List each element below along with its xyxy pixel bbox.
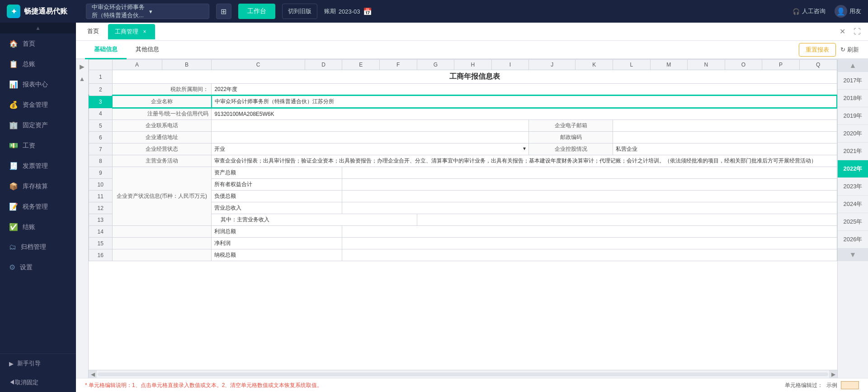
regnum-value-cell[interactable]: 91320100MA208E5W6K [212, 108, 837, 120]
h-scroll-right-btn[interactable]: ▶ [829, 370, 837, 378]
period-value-cell[interactable]: 2022年度 [212, 84, 837, 96]
sidebar-item-inventory[interactable]: 📦 库存核算 [0, 176, 76, 196]
sidebar-item-invoices[interactable]: 🧾 发票管理 [0, 156, 76, 176]
regnum-label-cell: 注册号/统一社会信用代码 [112, 108, 212, 120]
old-version-button[interactable]: 切到旧版 [282, 4, 317, 19]
cell-edit-label: 单元格编辑过： [785, 382, 823, 389]
col-e: E [342, 60, 380, 70]
tab-close-btn[interactable]: × [141, 28, 148, 35]
year-down-btn[interactable]: ▼ [838, 249, 868, 261]
year-2018[interactable]: 2018年 [838, 90, 868, 107]
sub-tabs: 基础信息 其他信息 重置报表 ↻ 刷新 [76, 41, 868, 59]
logo-area: ✦ 畅捷通易代账 [7, 5, 79, 18]
main-biz-value[interactable]: 审查企业会计报表；出具审计报告；验证企业资本；出具验资报告；办理企业合开、分立、… [212, 155, 837, 167]
h-scroll-left-btn[interactable]: ◀ [89, 370, 97, 378]
col-b: B [162, 60, 212, 70]
unpin-button[interactable]: ◀取消固定 [0, 373, 76, 392]
sidebar-item-closing[interactable]: ✅ 结账 [0, 217, 76, 237]
year-2023[interactable]: 2023年 [838, 178, 868, 196]
sidebar-item-archive[interactable]: 🗂 归档管理 [0, 237, 76, 257]
company-label-cell: 企业名称 [112, 96, 212, 108]
holding-value[interactable]: 私营企业 [613, 143, 837, 155]
tax-icon: 📝 [9, 202, 18, 211]
left-collapse-btn[interactable]: ▲ [77, 74, 87, 84]
year-2022[interactable]: 2022年 [838, 160, 868, 178]
year-up-btn[interactable]: ▲ [838, 59, 868, 72]
liabilities-value[interactable] [342, 191, 837, 202]
year-2020[interactable]: 2020年 [838, 125, 868, 143]
revenue-label: 营业总收入 [212, 202, 342, 214]
sidebar-item-tax[interactable]: 📝 税务管理 [0, 196, 76, 217]
row-num-2: 2 [89, 84, 113, 96]
tab-expand-btn[interactable]: ⛶ [851, 25, 863, 38]
equity-label: 所有者权益合计 [212, 179, 342, 191]
phone-value-cell[interactable] [212, 120, 529, 132]
row14-empty [112, 226, 212, 238]
reset-report-button[interactable]: 重置报表 [799, 43, 836, 57]
tab-home[interactable]: 首页 [80, 24, 106, 40]
year-2021[interactable]: 2021年 [838, 143, 868, 160]
sidebar-item-home[interactable]: 🏠 首页 [0, 33, 76, 54]
main-content: ▲ 🏠 首页 📋 总账 📊 报表中心 💰 资金管理 🏢 固定资产 💵 工资 🧾 … [0, 23, 868, 392]
phone-label-cell: 企业联系电话 [112, 120, 212, 132]
row-num-6: 6 [89, 132, 113, 143]
row-num-1: 1 [89, 70, 113, 84]
header-right: 🎧 人工咨询 👤 用友 [793, 5, 861, 18]
main-revenue-value[interactable] [417, 214, 837, 226]
tab-commerce-label: 工商管理 [115, 28, 138, 36]
revenue-value[interactable] [342, 202, 837, 214]
user-area[interactable]: 👤 用友 [835, 5, 861, 18]
sidebar-item-wages[interactable]: 💵 工资 [0, 135, 76, 156]
total-assets-label: 资产总额 [212, 167, 342, 179]
title-cell[interactable]: 工商年报信息表 [112, 70, 837, 84]
sidebar-item-ledger[interactable]: 📋 总账 [0, 54, 76, 74]
corner-header [89, 60, 113, 70]
calendar-icon[interactable]: 📅 [363, 7, 372, 16]
equity-value[interactable] [342, 179, 837, 191]
dropdown-icon[interactable]: ▾ [523, 145, 526, 152]
col-p: P [762, 60, 800, 70]
new-user-guide-btn[interactable]: ▶ 新手引导 [0, 354, 76, 373]
wages-icon: 💵 [9, 141, 18, 150]
company-name-cell[interactable]: 中审众环会计师事务所（特殊普通合伙）江苏分所 [212, 96, 837, 108]
workbench-button[interactable]: 工作台 [238, 4, 275, 19]
tab-close-window-btn[interactable]: ✕ [836, 25, 849, 38]
consult-label: 人工咨询 [802, 7, 826, 15]
sidebar-item-assets[interactable]: 🏢 固定资产 [0, 115, 76, 135]
left-expand-btn[interactable]: ▶ [77, 62, 87, 72]
col-o: O [725, 60, 762, 70]
postcode-value-cell[interactable] [613, 132, 837, 143]
table-row: 9 企业资产状况信息(币种：人民币万元) 资产总额 [89, 167, 837, 179]
invoice-icon: 🧾 [9, 162, 18, 170]
tab-commerce[interactable]: 工商管理 × [108, 24, 155, 39]
net-profit-value[interactable] [342, 238, 837, 249]
table-row: 1 工商年报信息表 [89, 70, 837, 84]
new-user-label: 新手引导 [17, 359, 41, 368]
sidebar-scroll-up[interactable]: ▲ [0, 23, 76, 33]
sidebar-item-funds[interactable]: 💰 资金管理 [0, 95, 76, 115]
total-assets-value[interactable] [342, 167, 837, 179]
spreadsheet-main[interactable]: A B C D E F G H I J [89, 59, 837, 370]
consult-area[interactable]: 🎧 人工咨询 [793, 7, 826, 15]
h-scroll-track[interactable] [98, 373, 828, 376]
sidebar-item-reports[interactable]: 📊 报表中心 [0, 74, 76, 95]
profit-value[interactable] [342, 226, 837, 238]
address-value-cell[interactable] [212, 132, 529, 143]
row-num-4: 4 [89, 108, 113, 120]
company-name: 中审众环会计师事务所（特殊普通合伙... [92, 3, 146, 19]
year-2024[interactable]: 2024年 [838, 196, 868, 213]
tab-other-info[interactable]: 其他信息 [127, 41, 168, 59]
company-icon-btn[interactable]: ⊞ [216, 4, 231, 19]
year-2026[interactable]: 2026年 [838, 231, 868, 249]
year-panel: ▲ 2017年 2018年 2019年 2020年 2021年 2022年 20… [837, 59, 868, 378]
biz-status-cell[interactable]: 开业 ▾ [212, 143, 529, 155]
refresh-button[interactable]: ↻ 刷新 [840, 46, 859, 54]
company-selector[interactable]: 中审众环会计师事务所（特殊普通合伙... ▾ [86, 4, 209, 19]
tax-value[interactable] [342, 249, 837, 261]
year-2025[interactable]: 2025年 [838, 213, 868, 231]
sidebar-item-settings[interactable]: ⚙ 设置 [0, 257, 76, 277]
email-value-cell[interactable] [613, 120, 837, 132]
year-2017[interactable]: 2017年 [838, 72, 868, 90]
year-2019[interactable]: 2019年 [838, 107, 868, 125]
tab-basic-info[interactable]: 基础信息 [85, 41, 127, 59]
